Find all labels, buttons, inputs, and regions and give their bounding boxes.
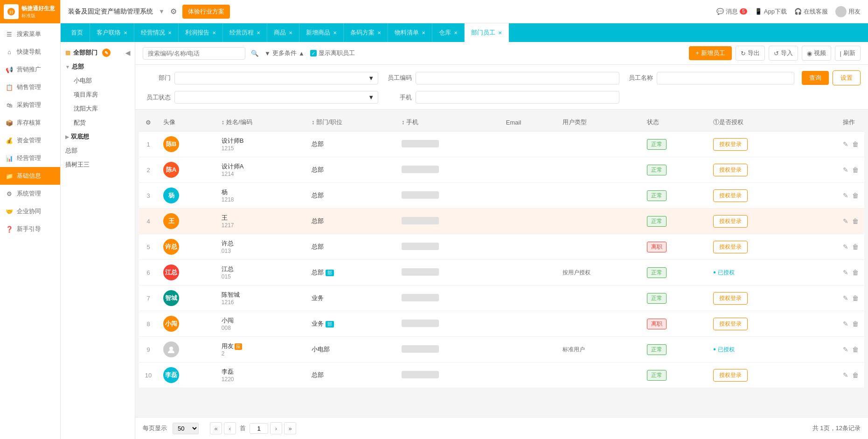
online-service-button[interactable]: 🎧 在线客服 <box>794 7 828 16</box>
next-page-button[interactable]: › <box>270 422 282 434</box>
search-button[interactable]: 🔍 <box>251 50 259 57</box>
emp-status-select[interactable]: ▼ <box>174 91 378 104</box>
delete-button[interactable]: 🗑 <box>852 243 859 251</box>
auth-button[interactable]: 授权登录 <box>713 318 748 330</box>
show-inactive-toggle[interactable]: ✓ 显示离职员工 <box>310 49 355 57</box>
tab-new-goods[interactable]: 新增商品 ✕ <box>299 23 344 42</box>
prev-page-button[interactable]: ‹ <box>224 422 236 434</box>
tab-close-employees[interactable]: ✕ <box>498 30 502 35</box>
edit-button[interactable]: ✎ <box>843 371 848 379</box>
edit-button[interactable]: ✎ <box>843 140 848 148</box>
set-button[interactable]: 设置 <box>833 70 861 85</box>
print-button[interactable]: | 刷新 <box>835 46 861 61</box>
delete-button[interactable]: 🗑 <box>852 269 859 276</box>
message-button[interactable]: 💬 消息 5 <box>716 7 747 16</box>
dept-group-double-dream[interactable]: ▶ 双底想 <box>61 130 135 144</box>
sidebar-item-system[interactable]: ⚙ 系统管理 <box>0 185 60 202</box>
delete-button[interactable]: 🗑 <box>852 346 859 353</box>
tab-warehouse[interactable]: 仓库 ✕ <box>432 23 465 42</box>
sidebar-item-quick-nav[interactable]: ⌂ 快捷导航 <box>0 43 60 61</box>
auth-button[interactable]: 授权登录 <box>713 241 748 253</box>
col-phone[interactable]: ↕ 手机 <box>396 113 500 132</box>
sidebar-item-marketing[interactable]: 📢 营销推广 <box>0 61 60 78</box>
first-page-button[interactable]: « <box>210 422 222 434</box>
dept-item-shenyang[interactable]: 沈阳大库 <box>64 102 135 116</box>
user-button[interactable]: 用友 <box>835 6 861 17</box>
edit-dept-icon[interactable]: ✎ <box>102 49 111 57</box>
phone-input[interactable] <box>416 91 619 104</box>
tab-close-finance-history[interactable]: ✕ <box>257 30 260 35</box>
auth-button[interactable]: 授权登录 <box>713 215 748 228</box>
col-dept[interactable]: ↕ 部门/职位 <box>306 113 396 132</box>
sidebar-item-guide[interactable]: ❓ 新手引导 <box>0 220 60 238</box>
col-name[interactable]: ↕ 姓名/编码 <box>216 113 306 132</box>
edit-button[interactable]: ✎ <box>843 269 848 276</box>
dept-item-project[interactable]: 项目库房 <box>64 88 135 102</box>
tab-close-barcode[interactable]: ✕ <box>377 30 381 35</box>
sidebar-item-sales[interactable]: 📋 销售管理 <box>0 78 60 96</box>
settings-icon[interactable]: ⚙ <box>170 7 177 16</box>
delete-button[interactable]: 🗑 <box>852 217 859 225</box>
edit-button[interactable]: ✎ <box>843 320 848 328</box>
search-input[interactable] <box>143 47 245 60</box>
delete-button[interactable]: 🗑 <box>852 320 859 328</box>
auth-button[interactable]: 授权登录 <box>713 292 748 305</box>
auth-button[interactable]: 授权登录 <box>713 369 748 382</box>
view-button[interactable]: ◉ 视频 <box>802 46 831 61</box>
edit-button[interactable]: ✎ <box>843 166 848 174</box>
auth-button[interactable]: 授权登录 <box>713 164 748 176</box>
edit-button[interactable]: ✎ <box>843 346 848 353</box>
per-page-select[interactable]: 50 20 100 <box>173 423 199 434</box>
sidebar-item-operations[interactable]: 📊 经营管理 <box>0 149 60 167</box>
auth-button[interactable]: 授权登录 <box>713 189 748 202</box>
sidebar-item-search-menu[interactable]: ☰ 搜索菜单 <box>0 25 60 43</box>
tab-finance-history[interactable]: 经营历程 ✕ <box>223 23 267 42</box>
dept-item-hq[interactable]: 总部 <box>61 144 135 158</box>
dept-group-general[interactable]: ▼ 总部 <box>61 60 135 74</box>
sidebar-item-enterprise[interactable]: 🤝 企业协同 <box>0 202 60 220</box>
tab-finance-status[interactable]: 经营情况 ✕ <box>134 23 179 42</box>
tab-close-goods[interactable]: ✕ <box>289 30 292 35</box>
tab-customer[interactable]: 客户联络 ✕ <box>90 23 134 42</box>
query-button[interactable]: 查询 <box>802 71 829 85</box>
delete-button[interactable]: 🗑 <box>852 371 859 379</box>
tab-employees[interactable]: 部门员工 ✕ <box>465 23 509 42</box>
col-settings[interactable]: ⚙ <box>139 113 158 132</box>
emp-code-input[interactable] <box>416 72 619 84</box>
app-download-button[interactable]: 📱 App下载 <box>755 7 787 16</box>
tab-close-finance-status[interactable]: ✕ <box>168 30 172 35</box>
trial-button[interactable]: 体验行业方案 <box>182 5 230 19</box>
export-button[interactable]: ↻ 导出 <box>736 46 765 61</box>
edit-button[interactable]: ✎ <box>843 192 848 199</box>
edit-button[interactable]: ✎ <box>843 294 848 302</box>
add-employee-button[interactable]: + 新增员工 <box>689 46 731 60</box>
dept-select[interactable]: ▼ <box>174 72 378 84</box>
edit-button[interactable]: ✎ <box>843 243 848 251</box>
tab-close-materials[interactable]: ✕ <box>422 30 425 35</box>
sidebar-item-purchase[interactable]: 🛍 采购管理 <box>0 96 60 114</box>
emp-name-input[interactable] <box>657 72 794 84</box>
last-page-button[interactable]: » <box>284 422 296 434</box>
delete-button[interactable]: 🗑 <box>852 166 859 174</box>
tab-barcode[interactable]: 条码方案 ✕ <box>344 23 388 42</box>
tab-profit[interactable]: 利润报告 ✕ <box>179 23 223 42</box>
tab-close-profit[interactable]: ✕ <box>212 30 216 35</box>
tab-close-new-goods[interactable]: ✕ <box>333 30 337 35</box>
edit-button[interactable]: ✎ <box>843 217 848 225</box>
tab-close-warehouse[interactable]: ✕ <box>454 30 458 35</box>
import-button[interactable]: ↺ 导入 <box>769 46 798 61</box>
delete-button[interactable]: 🗑 <box>852 140 859 148</box>
collapse-tree-btn[interactable]: ◀ <box>125 49 130 56</box>
more-filters-button[interactable]: ▼ 更多条件 ▲ <box>264 49 305 57</box>
delete-button[interactable]: 🗑 <box>852 192 859 199</box>
page-input[interactable] <box>250 423 268 434</box>
dept-item-distribution[interactable]: 配货 <box>64 116 135 130</box>
sidebar-item-basic-info[interactable]: 📁 基础信息 <box>0 167 60 185</box>
tab-home[interactable]: 首页 <box>64 23 90 42</box>
delete-button[interactable]: 🗑 <box>852 294 859 302</box>
tab-materials[interactable]: 物料清单 ✕ <box>388 23 432 42</box>
dept-item-seedling-king[interactable]: 插树王三 <box>61 158 135 172</box>
sidebar-item-finance[interactable]: 💰 资金管理 <box>0 132 60 149</box>
tab-goods[interactable]: 商品 ✕ <box>267 23 299 42</box>
auth-button[interactable]: 授权登录 <box>713 138 748 151</box>
